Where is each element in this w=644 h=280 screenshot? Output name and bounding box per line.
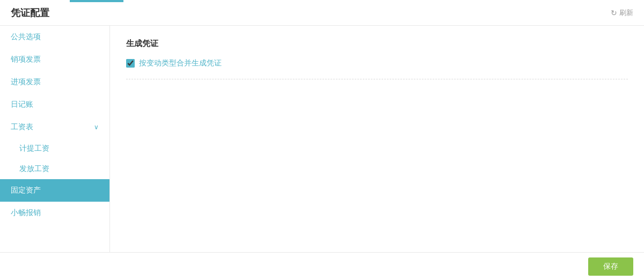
checkbox-label[interactable]: 按变动类型合并生成凭证 [139,58,222,68]
sidebar-item-sales-invoice[interactable]: 销项发票 [0,48,109,71]
sidebar-item-journal[interactable]: 日记账 [0,93,109,116]
sidebar-item-label: 日记账 [11,100,33,109]
sidebar-item-payroll-table[interactable]: 工资表 ∨ [0,116,109,138]
section-divider [126,79,628,79]
sidebar-item-label: 销项发票 [11,55,41,64]
sidebar-item-label: 进项发票 [11,77,41,87]
page-header: 凭证配置 ↻ 刷新 [0,0,644,26]
sidebar-item-payroll-accrual[interactable]: 计提工资 [0,138,109,159]
refresh-label: 刷新 [619,8,633,18]
chevron-down-icon: ∨ [94,123,99,131]
sidebar-item-label: 工资表 [11,122,33,132]
checkbox-row: 按变动类型合并生成凭证 [126,58,628,68]
page-title: 凭证配置 [11,6,49,19]
sidebar-item-public-options[interactable]: 公共选项 [0,26,109,48]
merge-by-type-checkbox[interactable] [126,59,135,68]
sidebar-item-label: 公共选项 [11,32,41,42]
sidebar-item-payroll-release[interactable]: 发放工资 [0,159,109,179]
save-button[interactable]: 保存 [588,257,633,276]
sidebar: 公共选项 销项发票 进项发票 日记账 工资表 ∨ 计提工资 发放工资 固定资 [0,26,110,252]
page-wrapper: 凭证配置 ↻ 刷新 公共选项 销项发票 进项发票 日记账 工资表 ∨ [0,0,644,280]
refresh-icon: ↻ [611,9,617,17]
page-body: 公共选项 销项发票 进项发票 日记账 工资表 ∨ 计提工资 发放工资 固定资 [0,26,644,252]
sidebar-item-label: 固定资产 [11,186,41,195]
page-footer: 保存 [0,252,644,280]
top-indicator [70,0,123,2]
refresh-button[interactable]: ↻ 刷新 [611,8,633,18]
sidebar-item-purchase-invoice[interactable]: 进项发票 [0,71,109,93]
sidebar-item-expense-claim[interactable]: 小畅报销 [0,202,109,224]
sidebar-item-label: 计提工资 [19,144,49,153]
sidebar-item-label: 小畅报销 [11,208,41,218]
sidebar-item-fixed-assets[interactable]: 固定资产 [0,179,109,202]
section-title: 生成凭证 [126,39,628,49]
main-content: 生成凭证 按变动类型合并生成凭证 [110,26,644,252]
sidebar-item-label: 发放工资 [19,164,49,174]
